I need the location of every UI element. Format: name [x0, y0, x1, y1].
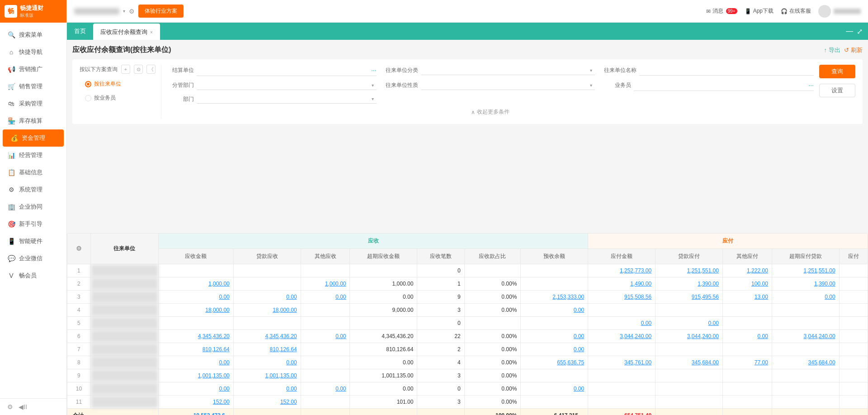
table-cell[interactable]: 1,001,135.00: [158, 369, 233, 382]
service-button[interactable]: 🎧 在线客服: [781, 7, 811, 15]
sidebar-item-hardware[interactable]: 📱 智能硬件: [0, 233, 66, 250]
table-cell[interactable]: 3,044,240.00: [656, 329, 723, 343]
table-cell[interactable]: [588, 343, 656, 356]
filter-subdept-select[interactable]: ▾: [197, 95, 377, 104]
table-cell[interactable]: 0.00: [656, 316, 723, 329]
table-cell[interactable]: 0.00: [521, 329, 588, 343]
table-cell[interactable]: [301, 303, 350, 316]
table-cell[interactable]: 1,000.00: [301, 277, 350, 290]
app-download-button[interactable]: 📱 App下载: [745, 7, 774, 15]
table-cell[interactable]: 0.00: [521, 382, 588, 395]
table-cell[interactable]: 0.00: [722, 329, 772, 343]
table-cell[interactable]: [722, 303, 772, 316]
sidebar-item-purchase[interactable]: 🛍 采购管理: [0, 95, 66, 112]
sidebar-item-inventory[interactable]: 🏪 库存核算: [0, 112, 66, 129]
table-cell[interactable]: [588, 369, 656, 382]
table-cell[interactable]: [772, 395, 839, 408]
filter-settlement-dots[interactable]: ···: [371, 67, 377, 74]
table-cell[interactable]: 0.00: [521, 343, 588, 356]
table-cell[interactable]: 0.00: [233, 290, 301, 303]
table-cell[interactable]: 1,001,135.00: [233, 369, 301, 382]
sidebar-item-quicknav[interactable]: ⌂ 快捷导航: [0, 43, 66, 61]
table-cell[interactable]: [521, 277, 588, 290]
table-cell[interactable]: [772, 303, 839, 316]
table-cell[interactable]: 0.00: [158, 382, 233, 395]
table-cell[interactable]: [233, 277, 301, 290]
table-cell[interactable]: [521, 316, 588, 329]
table-cell[interactable]: [588, 382, 656, 395]
table-cell[interactable]: [521, 395, 588, 408]
tab-maximize-icon[interactable]: ⤢: [857, 27, 863, 36]
sidebar-item-sales[interactable]: 🛒 销售管理: [0, 78, 66, 95]
table-cell[interactable]: [656, 303, 723, 316]
table-cell[interactable]: 152.00: [233, 395, 301, 408]
table-cell[interactable]: 0.00: [301, 290, 350, 303]
filter-dept-select[interactable]: ▾: [197, 81, 377, 90]
table-cell[interactable]: 0.00: [301, 382, 350, 395]
sidebar-item-corp[interactable]: 🏢 企业协同: [0, 198, 66, 215]
table-cell[interactable]: 810,126.64: [158, 343, 233, 356]
table-cell[interactable]: 1,252,773.00: [588, 264, 656, 277]
table-cell[interactable]: [301, 343, 350, 356]
table-cell[interactable]: [722, 382, 772, 395]
table-cell[interactable]: [588, 395, 656, 408]
table-cell[interactable]: [301, 356, 350, 369]
table-cell[interactable]: 0.00: [521, 303, 588, 316]
table-cell[interactable]: [233, 264, 301, 277]
table-cell[interactable]: [722, 369, 772, 382]
table-cell[interactable]: 0.00: [158, 290, 233, 303]
table-cell[interactable]: [656, 395, 723, 408]
table-cell[interactable]: 0.00: [233, 382, 301, 395]
table-cell[interactable]: [301, 395, 350, 408]
table-cell[interactable]: 18,000.00: [158, 303, 233, 316]
table-cell[interactable]: [521, 369, 588, 382]
sidebar-item-wechat[interactable]: 💬 企业微信: [0, 250, 66, 267]
sidebar-item-system[interactable]: ⚙ 系统管理: [0, 181, 66, 198]
table-cell[interactable]: [158, 264, 233, 277]
table-cell[interactable]: 0.00: [772, 290, 839, 303]
tab-close-icon[interactable]: ×: [150, 30, 153, 35]
table-cell[interactable]: 1,390.00: [772, 277, 839, 290]
tab-home[interactable]: 首页: [67, 23, 93, 40]
table-cell[interactable]: 345,761.00: [588, 356, 656, 369]
filter-settlement-input[interactable]: ···: [197, 65, 377, 76]
table-cell[interactable]: 1,000.00: [158, 277, 233, 290]
scheme-option-partner[interactable]: 按往来单位: [80, 78, 156, 90]
table-cell[interactable]: 0.00: [588, 316, 656, 329]
table-cell[interactable]: 77.00: [722, 356, 772, 369]
sidebar-item-basic[interactable]: 📋 基础信息: [0, 164, 66, 181]
table-cell[interactable]: 3,044,240.00: [588, 329, 656, 343]
scheme-collapse-btn[interactable]: 《: [146, 65, 156, 74]
filter-nature-select[interactable]: ▾: [421, 81, 595, 90]
col-settings[interactable]: ⚙: [67, 233, 91, 264]
table-cell[interactable]: 1,251,551.00: [772, 264, 839, 277]
table-cell[interactable]: [772, 369, 839, 382]
table-cell[interactable]: 0.00: [233, 356, 301, 369]
table-cell[interactable]: [772, 382, 839, 395]
table-cell[interactable]: 0.00: [301, 329, 350, 343]
sidebar-item-search[interactable]: 🔍 搜索菜单: [0, 26, 66, 43]
table-cell[interactable]: 915,495.56: [656, 290, 723, 303]
refresh-button[interactable]: ↺ 刷新: [844, 46, 863, 54]
table-cell[interactable]: 4,345,436.20: [233, 329, 301, 343]
settings-button[interactable]: 设置: [819, 84, 855, 97]
table-cell[interactable]: [301, 316, 350, 329]
table-cell[interactable]: [772, 316, 839, 329]
table-cell[interactable]: [521, 264, 588, 277]
table-cell[interactable]: 915,508.56: [588, 290, 656, 303]
table-cell[interactable]: 655,636.75: [521, 356, 588, 369]
filter-partner-cat-select[interactable]: ▾: [421, 66, 595, 75]
table-cell[interactable]: 3,044,240.00: [772, 329, 839, 343]
table-cell[interactable]: 152.00: [158, 395, 233, 408]
filter-partner-name-input[interactable]: [639, 65, 814, 76]
table-cell[interactable]: [722, 316, 772, 329]
table-cell[interactable]: [656, 343, 723, 356]
settings-icon[interactable]: ⚙: [70, 245, 88, 252]
sidebar-item-member[interactable]: V 畅会员: [0, 267, 66, 284]
tab-minimize-icon[interactable]: —: [846, 27, 853, 35]
sidebar-item-finance[interactable]: 💰 资金管理: [3, 129, 64, 147]
table-cell[interactable]: 345,684.00: [772, 356, 839, 369]
table-cell[interactable]: [722, 343, 772, 356]
table-cell[interactable]: 1,490.00: [588, 277, 656, 290]
sidebar-item-operation[interactable]: 📊 经营管理: [0, 147, 66, 164]
